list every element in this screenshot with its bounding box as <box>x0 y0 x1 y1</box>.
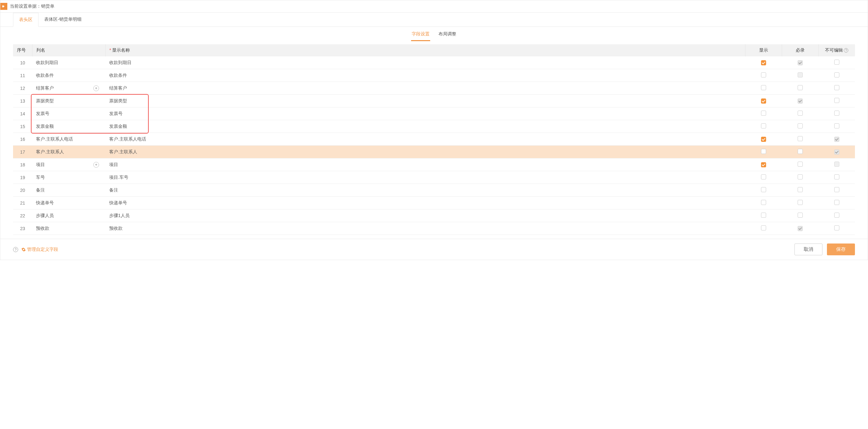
manage-custom-fields-link[interactable]: 管理自定义字段 <box>21 247 58 252</box>
row-name-label: 发票号 <box>36 111 49 117</box>
show-checkbox[interactable] <box>761 162 766 167</box>
row-display-name[interactable]: 收款到期日 <box>105 56 745 69</box>
show-checkbox[interactable] <box>761 200 766 205</box>
readonly-checkbox[interactable] <box>834 212 839 218</box>
table-row[interactable]: 21快递单号快递单号 <box>13 197 855 209</box>
row-seq: 16 <box>13 133 32 146</box>
show-checkbox[interactable] <box>761 137 766 142</box>
col-header-readonly-text: 不可编辑 <box>825 48 843 53</box>
readonly-checkbox[interactable] <box>834 225 839 230</box>
help-icon[interactable]: ? <box>844 48 848 53</box>
row-required-cell <box>782 171 818 184</box>
table-row[interactable]: 20备注备注 <box>13 184 855 197</box>
save-button[interactable]: 保存 <box>827 244 855 255</box>
table-row[interactable]: 22步骤人员步骤1人员 <box>13 209 855 222</box>
row-name-cell: 客户.主联系人电话 <box>32 133 105 146</box>
row-readonly-cell <box>818 184 855 197</box>
table-row[interactable]: 11收款条件收款条件 <box>13 69 855 82</box>
row-display-name[interactable]: 项目.车号 <box>105 171 745 184</box>
required-checkbox[interactable] <box>798 123 803 128</box>
show-checkbox[interactable] <box>761 123 766 128</box>
show-checkbox[interactable] <box>761 85 766 90</box>
required-checkbox <box>798 60 803 65</box>
row-display-name[interactable]: 收款条件 <box>105 69 745 82</box>
table-wrap: 序号 列名 *显示名称 显示 必录 不可编辑? 10收款到期日收款到期日11收款… <box>13 44 855 235</box>
row-display-name[interactable]: 发票号 <box>105 107 745 120</box>
table-row[interactable]: 10收款到期日收款到期日 <box>13 56 855 69</box>
table-row[interactable]: 13票据类型票据类型 <box>13 95 855 107</box>
cancel-button[interactable]: 取消 <box>795 244 823 255</box>
row-display-name[interactable]: 预收款 <box>105 222 745 235</box>
required-checkbox[interactable] <box>798 162 803 167</box>
add-sub-field-button[interactable]: + <box>93 85 99 91</box>
table-row[interactable]: 18项目+项目 <box>13 159 855 171</box>
row-required-cell <box>782 120 818 133</box>
required-checkbox <box>798 98 803 104</box>
row-seq: 15 <box>13 120 32 133</box>
row-display-name[interactable]: 客户.主联系人电话 <box>105 133 745 146</box>
required-checkbox <box>798 226 803 231</box>
readonly-checkbox[interactable] <box>834 60 839 65</box>
question-icon[interactable]: ? <box>13 247 18 252</box>
table-row[interactable]: 23预收款预收款 <box>13 222 855 235</box>
table-container: 序号 列名 *显示名称 显示 必录 不可编辑? 10收款到期日收款到期日11收款… <box>0 44 868 235</box>
readonly-checkbox[interactable] <box>834 187 839 192</box>
table-row[interactable]: 14发票号发票号 <box>13 107 855 120</box>
row-readonly-cell <box>818 209 855 222</box>
main-tab-1[interactable]: 表体区-销货单明细 <box>38 13 87 26</box>
row-display-name[interactable]: 票据类型 <box>105 95 745 107</box>
row-display-name[interactable]: 结算客户 <box>105 82 745 95</box>
required-checkbox[interactable] <box>798 149 803 154</box>
row-seq: 17 <box>13 146 32 159</box>
row-required-cell <box>782 222 818 235</box>
row-display-name[interactable]: 项目 <box>105 159 745 171</box>
table-row[interactable]: 12结算客户+结算客户 <box>13 82 855 95</box>
row-show-cell <box>745 184 782 197</box>
show-checkbox[interactable] <box>761 111 766 116</box>
show-checkbox[interactable] <box>761 73 766 78</box>
table-row[interactable]: 19车号项目.车号 <box>13 171 855 184</box>
show-checkbox[interactable] <box>761 98 766 104</box>
required-checkbox[interactable] <box>798 187 803 192</box>
required-checkbox[interactable] <box>798 136 803 141</box>
show-checkbox[interactable] <box>761 187 766 192</box>
readonly-checkbox[interactable] <box>834 200 839 205</box>
show-checkbox[interactable] <box>761 225 766 230</box>
required-checkbox[interactable] <box>798 212 803 218</box>
show-checkbox[interactable] <box>761 212 766 218</box>
row-display-name[interactable]: 发票金额 <box>105 120 745 133</box>
row-required-cell <box>782 95 818 107</box>
required-checkbox[interactable] <box>798 200 803 205</box>
readonly-checkbox[interactable] <box>834 111 839 116</box>
sub-tab-0[interactable]: 字段设置 <box>411 31 430 41</box>
row-show-cell <box>745 222 782 235</box>
show-checkbox[interactable] <box>761 174 766 179</box>
add-sub-field-button[interactable]: + <box>93 162 99 168</box>
row-display-name[interactable]: 备注 <box>105 184 745 197</box>
show-checkbox[interactable] <box>761 149 766 154</box>
main-tab-0[interactable]: 表头区 <box>13 13 38 27</box>
row-name-cell: 车号 <box>32 171 105 184</box>
row-name-label: 结算客户 <box>36 85 54 91</box>
show-checkbox[interactable] <box>761 60 766 65</box>
field-table: 序号 列名 *显示名称 显示 必录 不可编辑? 10收款到期日收款到期日11收款… <box>13 44 855 235</box>
row-readonly-cell <box>818 95 855 107</box>
readonly-checkbox[interactable] <box>834 123 839 128</box>
sub-tab-1[interactable]: 布局调整 <box>438 31 457 41</box>
table-row[interactable]: 16客户.主联系人电话客户.主联系人电话 <box>13 133 855 146</box>
row-display-name[interactable]: 步骤1人员 <box>105 209 745 222</box>
required-checkbox[interactable] <box>798 111 803 116</box>
readonly-checkbox[interactable] <box>834 73 839 78</box>
readonly-checkbox[interactable] <box>834 85 839 90</box>
row-display-name[interactable]: 客户.主联系人 <box>105 146 745 159</box>
row-readonly-cell <box>818 107 855 120</box>
required-checkbox[interactable] <box>798 174 803 179</box>
col-header-name: 列名 <box>32 44 105 56</box>
row-display-name[interactable]: 快递单号 <box>105 197 745 209</box>
required-checkbox[interactable] <box>798 85 803 90</box>
table-row[interactable]: 17客户.主联系人客户.主联系人 <box>13 146 855 159</box>
readonly-checkbox[interactable] <box>834 174 839 179</box>
expand-panel-button[interactable] <box>0 3 7 10</box>
readonly-checkbox[interactable] <box>834 98 839 103</box>
table-row[interactable]: 15发票金额发票金额 <box>13 120 855 133</box>
